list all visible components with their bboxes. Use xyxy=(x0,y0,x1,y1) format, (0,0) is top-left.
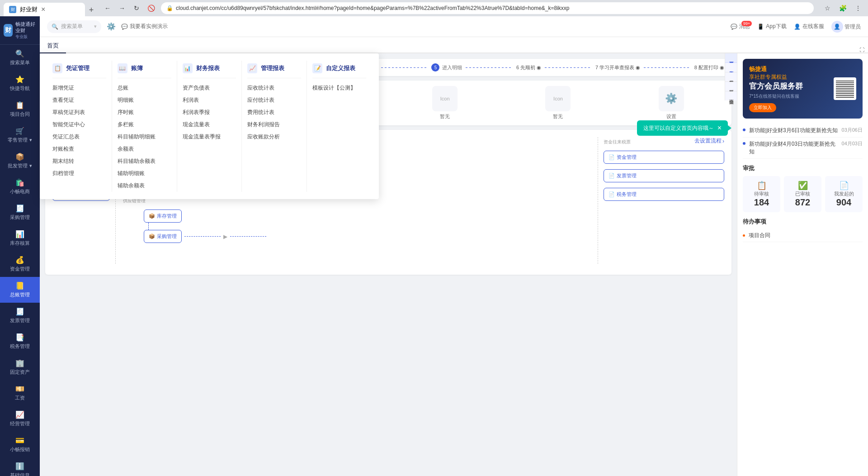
sidebar-item-search[interactable]: 🔍 搜索菜单 xyxy=(0,45,40,71)
dd-item-new-voucher[interactable]: 新增凭证 xyxy=(52,82,106,94)
dd-item-draft-voucher[interactable]: 草稿凭证列表 xyxy=(52,106,106,119)
dd-item-subject-detail[interactable]: 科目辅助明细账 xyxy=(118,131,171,143)
dd-item-detail[interactable]: 明细账 xyxy=(118,94,171,106)
message-btn[interactable]: 💬 消息 99+ xyxy=(731,23,750,30)
browser-tab[interactable]: 财 好业财 × xyxy=(4,3,85,16)
search-expand-btn[interactable]: ▾ xyxy=(94,24,97,29)
new-tab-btn[interactable]: + xyxy=(85,4,98,16)
sidebar-item-purchase[interactable]: 🧾 采购管理 xyxy=(0,200,40,225)
tab-home[interactable]: 首页 xyxy=(40,39,66,53)
expand-btn[interactable]: ⛶ xyxy=(859,47,864,52)
icon-box-5: Icon xyxy=(545,86,571,111)
dd-item-profit-report[interactable]: 财务利润报告 xyxy=(247,119,301,131)
dd-item-balance-sheet[interactable]: 资产负债表 xyxy=(183,82,236,94)
todo-item-1[interactable]: 项目合同 xyxy=(743,229,863,242)
flow-node-tax[interactable]: 📄 税务管理 xyxy=(604,188,724,201)
sidebar-item-ledger[interactable]: 📒 总账管理 xyxy=(0,277,40,303)
sidebar-item-retail-label: 零售管理 ▾ xyxy=(8,137,32,143)
dd-item-receivable-analysis[interactable]: 应收账款分析 xyxy=(247,131,301,143)
icon-item-settings[interactable]: ⚙️ 设置 xyxy=(617,86,726,120)
sidebar-item-tax[interactable]: 📑 税务管理 xyxy=(0,328,40,354)
tab-close-btn[interactable]: × xyxy=(41,5,45,14)
sidebar-item-wholesale[interactable]: 📦 批发管理 ▾ xyxy=(0,148,40,174)
service-community-btn[interactable]: 服务社区 xyxy=(725,82,737,91)
back-btn[interactable]: ← xyxy=(101,2,114,14)
sidebar-item-ledger-label: 总账管理 xyxy=(10,291,30,298)
dd-item-multi-col[interactable]: 多栏账 xyxy=(118,119,171,131)
dd-item-balance[interactable]: 余额表 xyxy=(118,143,171,155)
sidebar-item-retail[interactable]: 🛒 零售管理 ▾ xyxy=(0,122,40,148)
flow-node-capital[interactable]: 📄 资金管理 xyxy=(604,151,724,164)
step-text-6[interactable]: 6 先顺初 ◉ xyxy=(516,64,541,71)
user-avatar[interactable]: 👤 管理员 xyxy=(831,21,861,33)
flow-node-invoice[interactable]: 📄 发票管理 xyxy=(604,169,724,182)
sidebar-item-payroll[interactable]: 💴 工资 xyxy=(0,380,40,406)
approval-pending[interactable]: 📋 待审核 184 xyxy=(743,176,780,212)
dd-item-aux-balance[interactable]: 辅助余额表 xyxy=(118,180,171,192)
extensions-btn[interactable]: 🧩 xyxy=(836,2,849,14)
guide-line-6 xyxy=(545,67,592,68)
guide-step-5[interactable]: 5 进入明细 xyxy=(431,63,462,71)
dd-item-reconcile[interactable]: 对账检查 xyxy=(52,143,106,155)
settings-gear-btn[interactable]: ⚙️ xyxy=(107,22,116,31)
dd-item-aux-detail[interactable]: 辅助明细账 xyxy=(118,167,171,180)
sidebar-item-basic-info[interactable]: ℹ️ 基础信息 xyxy=(0,457,40,476)
dd-item-expense-stats[interactable]: 费用统计表 xyxy=(247,106,301,119)
customer-service-btn[interactable]: 客服热线 xyxy=(725,72,737,82)
tooltip-close-btn[interactable]: × xyxy=(717,124,722,132)
dd-item-smart-voucher[interactable]: 智能凭证中心 xyxy=(52,119,106,131)
set-flow-btn[interactable]: 去设置流程 › xyxy=(694,137,724,145)
dd-item-period-end[interactable]: 期末结转 xyxy=(52,155,106,167)
reload-btn[interactable]: ↻ xyxy=(130,2,143,14)
dd-col-mgmt-report: 📈 管理报表 应收统计表 应付统计表 费用统计表 财务利润报告 应收账款分析 xyxy=(242,61,307,192)
dd-item-profit-quarterly[interactable]: 利润表季报 xyxy=(183,106,236,119)
step-text-7[interactable]: 7 学习开单查报表 ◉ xyxy=(595,64,640,71)
address-bar[interactable]: 🔒 cloud.chanjet.com/cc/u6d89qwnryel/57bf… xyxy=(161,2,814,14)
dd-item-archive[interactable]: 归档管理 xyxy=(52,167,106,180)
help-center-btn[interactable]: 帮助中心 xyxy=(725,63,737,72)
icon-item-5[interactable]: Icon 暂无 xyxy=(503,86,613,120)
sidebar-item-quick-nav[interactable]: ⭐ 快捷导航 xyxy=(0,71,40,96)
approval-mine[interactable]: 📄 我发起的 904 xyxy=(825,176,863,212)
online-service-btn[interactable]: 👤 在线客服 xyxy=(794,23,824,30)
news-dot-1 xyxy=(743,129,745,131)
join-btn[interactable]: 立即加入 xyxy=(749,103,776,112)
sidebar-item-fixed-assets[interactable]: 🏢 固定资产 xyxy=(0,354,40,380)
sidebar-item-operations[interactable]: 📈 经营管理 xyxy=(0,406,40,432)
news-item-2[interactable]: 新功能|好业财4月03日功能更新抢先知 04月03日 xyxy=(743,138,863,159)
app-download-btn[interactable]: 📱 App下载 xyxy=(757,23,786,30)
search-box[interactable]: 🔍 搜索菜单 ▾ xyxy=(47,20,101,33)
step-text-8[interactable]: 8 配置打印 ◉ xyxy=(694,64,724,71)
dd-item-profit[interactable]: 利润表 xyxy=(183,94,236,106)
dd-item-payable-stats[interactable]: 应付统计表 xyxy=(247,94,301,106)
sidebar-item-project-contract[interactable]: 📋 项目合同 xyxy=(0,96,40,122)
sidebar-item-ecommerce[interactable]: 🛍️ 小畅电商 xyxy=(0,174,40,200)
dd-item-cashflow[interactable]: 现金流量表 xyxy=(183,119,236,131)
dd-item-general[interactable]: 总账 xyxy=(118,82,171,94)
forward-btn[interactable]: → xyxy=(116,2,128,14)
stop-btn[interactable]: 🚫 xyxy=(145,2,157,14)
news-item-1[interactable]: 新功能|好业财3月6日功能更新抢先知 03月06日 xyxy=(743,124,863,138)
sidebar-item-capital[interactable]: 💰 资金管理 xyxy=(0,251,40,277)
flow-node-purchase[interactable]: 📦 采购管理 xyxy=(144,230,182,243)
desktop-shortcut-btn[interactable]: 桌面快捷 xyxy=(725,91,737,100)
dd-item-voucher-summary[interactable]: 凭证汇总表 xyxy=(52,131,106,143)
dd-item-view-voucher[interactable]: 查看凭证 xyxy=(52,94,106,106)
dd-item-template-design[interactable]: 模板设计【公测】 xyxy=(312,82,366,94)
dd-col-custom-report: 📝 自定义报表 模板设计【公测】 xyxy=(307,61,372,192)
home-settings-btn[interactable]: 首页设置 xyxy=(725,53,737,63)
bookmark-btn[interactable]: ☆ xyxy=(821,2,834,14)
sidebar-item-expense[interactable]: 💳 小畅报销 xyxy=(0,432,40,457)
dd-item-subject-balance[interactable]: 科目辅助余额表 xyxy=(118,155,171,167)
dd-item-receivable-stats[interactable]: 应收统计表 xyxy=(247,82,301,94)
sidebar-item-inventory[interactable]: 📊 库存核算 xyxy=(0,225,40,251)
approval-done[interactable]: ✅ 已审核 872 xyxy=(784,176,821,212)
browser-menu-btn[interactable]: ⋮ xyxy=(852,2,864,14)
dd-item-sequential[interactable]: 序时账 xyxy=(118,106,171,119)
demo-link[interactable]: 💬 我要看实例演示 xyxy=(121,23,168,30)
icon-item-4[interactable]: Icon 暂无 xyxy=(390,86,500,120)
flow-node-inventory[interactable]: 📦 库存管理 xyxy=(144,209,182,223)
dd-item-cashflow-quarterly[interactable]: 现金流量表季报 xyxy=(183,131,236,143)
icon-label-5: 暂无 xyxy=(553,113,563,120)
sidebar-item-invoice[interactable]: 🧾 发票管理 xyxy=(0,303,40,328)
